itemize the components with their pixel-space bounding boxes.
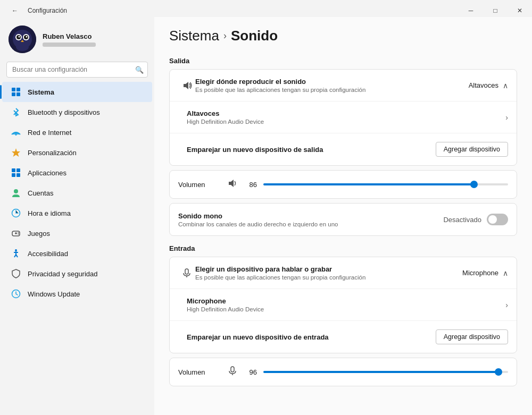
altavoces-chevron-icon: › (505, 113, 508, 122)
output-choose-row[interactable]: Elegir dónde reproducir el sonido Es pos… (170, 70, 517, 101)
search-input[interactable] (6, 62, 148, 78)
volume-input-icon (227, 366, 238, 378)
entrada-label: Entrada (169, 244, 517, 252)
svg-point-7 (26, 36, 28, 38)
microphone-row[interactable]: Microphone High Definition Audio Device … (170, 289, 517, 321)
input-choose-subtitle: Es posible que las aplicaciones tengan s… (195, 274, 462, 281)
svg-rect-15 (12, 168, 15, 172)
mono-row: Sonido mono Combinar los canales de audi… (170, 204, 517, 235)
volume-output-thumb (470, 181, 478, 188)
svg-rect-32 (185, 269, 188, 274)
search-box: 🔍 (6, 62, 148, 78)
mono-toggle[interactable] (487, 214, 508, 225)
sidebar-item-privacidad[interactable]: Privacidad y seguridad (2, 264, 152, 284)
personalizacion-icon (11, 147, 21, 158)
sidebar-item-red-label: Red e Internet (28, 129, 71, 137)
volume-input-slider[interactable] (263, 371, 508, 373)
user-email-bar (43, 43, 96, 47)
output-choose-subtitle: Es posible que las aplicaciones tengan s… (195, 87, 469, 93)
network-icon (11, 127, 21, 138)
sistema-icon (11, 87, 21, 97)
add-input-device-button[interactable]: Agregar dispositivo (436, 329, 508, 344)
breadcrumb-current: Sonido (231, 28, 278, 44)
cuentas-icon (11, 188, 21, 198)
input-choose-row[interactable]: Elegir un dispositivo para hablar o grab… (170, 257, 517, 289)
sidebar-nav: Sistema Bluetooth y dispositivos Red e I… (0, 82, 154, 304)
sidebar-item-windows-update[interactable]: Windows Update (2, 284, 152, 304)
volume-output-label: Volumen (178, 181, 221, 189)
volume-input-card: Volumen 96 (169, 358, 517, 386)
breadcrumb-chevron: › (223, 30, 227, 41)
sidebar-item-accesibilidad-label: Accesibilidad (28, 250, 68, 258)
volume-output-slider[interactable] (263, 183, 508, 185)
sidebar-item-accesibilidad[interactable]: Accesibilidad (2, 243, 152, 264)
speaker-icon (178, 80, 195, 91)
sidebar-item-bluetooth[interactable]: Bluetooth y dispositivos (2, 102, 152, 122)
titlebar: ← Configuración ─ □ ✕ (0, 0, 532, 17)
hora-icon (11, 208, 21, 218)
volume-output-number: 86 (244, 181, 257, 189)
volume-input-label: Volumen (178, 368, 221, 376)
sidebar-item-hora[interactable]: Hora e idioma (2, 203, 152, 223)
input-choose-value: Microphone (462, 269, 498, 277)
mono-right: Desactivado (443, 214, 508, 225)
pair-input-title: Emparejar un nuevo dispositivo de entrad… (187, 333, 436, 341)
svg-rect-11 (16, 88, 20, 91)
sidebar-item-juegos-label: Juegos (28, 230, 50, 238)
app-container: Ruben Velasco 🔍 Sistema Bluetooth y disp… (0, 17, 532, 415)
output-choose-content: Elegir dónde reproducir el sonido Es pos… (195, 78, 469, 93)
svg-rect-18 (16, 173, 20, 177)
sidebar-item-personalizacion[interactable]: Personalización (2, 142, 152, 163)
sidebar-item-aplicaciones-label: Aplicaciones (28, 169, 66, 177)
output-choose-value: Altavoces (469, 81, 498, 89)
mono-title: Sonido mono (178, 212, 443, 220)
sidebar: Ruben Velasco 🔍 Sistema Bluetooth y disp… (0, 17, 154, 415)
sidebar-item-sistema[interactable]: Sistema (2, 82, 152, 102)
svg-point-24 (18, 232, 19, 233)
privacidad-icon (11, 268, 21, 279)
output-choose-chevron-icon: ∧ (503, 81, 508, 90)
mono-state-label: Desactivado (443, 216, 481, 224)
output-choose-card: Elegir dónde reproducir el sonido Es pos… (169, 69, 517, 166)
salida-label: Salida (169, 57, 517, 65)
sidebar-item-aplicaciones[interactable]: Aplicaciones (2, 163, 152, 183)
volume-output-fill (263, 183, 474, 185)
svg-point-25 (18, 234, 19, 235)
altavoces-row[interactable]: Altavoces High Definition Audio Device › (170, 101, 517, 133)
breadcrumb-parent: Sistema (169, 28, 219, 44)
volume-input-thumb (495, 368, 502, 376)
altavoces-right: › (505, 113, 508, 122)
svg-point-26 (15, 249, 17, 251)
microphone-subtitle: High Definition Audio Device (187, 306, 505, 312)
svg-point-19 (14, 189, 18, 193)
mono-subtitle: Combinar los canales de audio derecho e … (178, 221, 443, 227)
user-name: Ruben Velasco (43, 32, 96, 40)
sidebar-item-windows-update-label: Windows Update (28, 290, 80, 298)
svg-rect-10 (12, 88, 15, 91)
mono-toggle-knob (488, 215, 497, 224)
sidebar-item-juegos[interactable]: Juegos (2, 223, 152, 243)
pair-output-right: Agregar dispositivo (436, 142, 508, 157)
user-info: Ruben Velasco (43, 32, 96, 47)
sidebar-item-privacidad-label: Privacidad y seguridad (28, 270, 98, 278)
page-header: Sistema › Sonido (169, 28, 517, 44)
microphone-choose-icon (178, 268, 195, 278)
svg-rect-34 (231, 367, 234, 372)
input-choose-content: Elegir un dispositivo para hablar o grab… (195, 265, 462, 281)
pair-input-row: Emparejar un nuevo dispositivo de entrad… (170, 321, 517, 353)
input-choose-title: Elegir un dispositivo para hablar o grab… (195, 265, 462, 273)
svg-rect-17 (12, 173, 15, 177)
titlebar-title: Configuración (28, 7, 67, 14)
main-panel: Sistema › Sonido Salida Elegir dónde rep… (154, 17, 532, 415)
sidebar-item-red[interactable]: Red e Internet (2, 122, 152, 142)
volume-output-card: Volumen 86 (169, 170, 517, 199)
svg-line-30 (16, 255, 18, 257)
mono-content: Sonido mono Combinar los canales de audi… (178, 212, 443, 227)
juegos-icon (11, 228, 21, 239)
sidebar-item-cuentas[interactable]: Cuentas (2, 183, 152, 203)
aplicaciones-icon (11, 167, 21, 178)
add-output-device-button[interactable]: Agregar dispositivo (436, 142, 508, 157)
volume-input-fill (263, 371, 498, 373)
output-choose-right: Altavoces ∧ (469, 81, 508, 90)
sidebar-item-sistema-label: Sistema (28, 88, 54, 96)
